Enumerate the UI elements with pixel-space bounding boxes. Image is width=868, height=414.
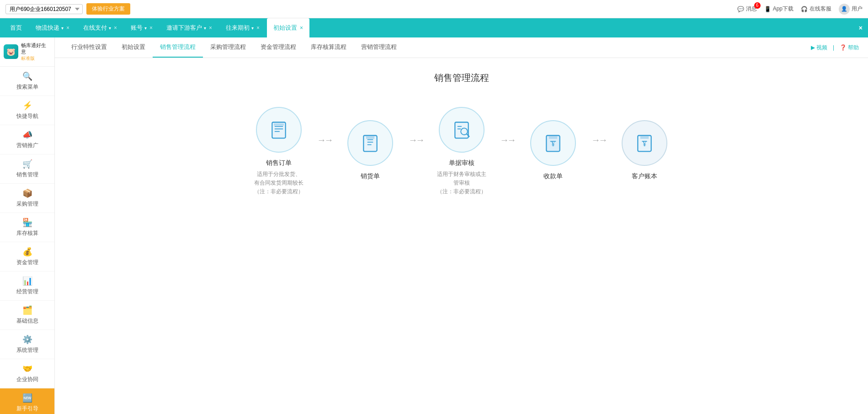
top-header: 用户690企业1660120507 体验行业方案 💬 消息 6 📱 App下载 … <box>0 0 868 18</box>
user-avatar-item[interactable]: 👤 用户 <box>839 4 863 15</box>
quick-nav-icon: ⚡ <box>22 101 32 111</box>
sub-tab-inventory-flow[interactable]: 库存核算流程 <box>304 37 354 58</box>
order-icon <box>269 120 289 140</box>
tab-initial-label: 初始设置 <box>273 24 297 32</box>
sub-tab-finance-flow[interactable]: 资金管理流程 <box>253 37 304 58</box>
flow-step-sales-invoice: 销货单 <box>334 120 407 183</box>
logo-version: 标准版 <box>21 55 51 62</box>
help-label: 帮助 <box>848 44 859 52</box>
close-icon[interactable]: × <box>209 25 212 31</box>
tab-payment[interactable]: 在线支付 ▾ × <box>77 18 123 37</box>
sub-tab-finance-flow-label: 资金管理流程 <box>261 43 296 50</box>
sidebar-purchase-mgmt-label: 采购管理 <box>16 200 38 208</box>
step-label-sales-invoice: 销货单 <box>361 172 380 180</box>
cart-icon: 🛒 <box>22 159 32 169</box>
close-icon[interactable]: × <box>149 25 153 31</box>
flow-steps: 销售订单 适用于分批发货、有合同发货周期较长（注：非必要流程） →→ <box>73 107 850 196</box>
invoice-icon <box>360 133 380 153</box>
online-service-item[interactable]: 🎧 在线客服 <box>801 5 831 13</box>
sidebar-item-sales-mgmt[interactable]: 🛒 销售管理 <box>0 154 54 184</box>
sub-tab-marketing-flow[interactable]: 营销管理流程 <box>354 37 404 58</box>
flow-step-receipt: ¥ 收款单 <box>517 120 590 183</box>
question-icon: ❓ <box>840 44 847 51</box>
experience-button[interactable]: 体验行业方案 <box>86 3 130 15</box>
sub-tab-initial-setup[interactable]: 初始设置 <box>114 37 153 58</box>
sub-tab-purchase-flow[interactable]: 采购管理流程 <box>203 37 253 58</box>
tab-logistics[interactable]: 物流快递 ▾ × <box>29 18 76 37</box>
close-icon[interactable]: × <box>66 25 69 31</box>
step-circle-sales-order <box>256 107 302 153</box>
message-icon: 💬 <box>737 6 744 12</box>
tab-account[interactable]: 账号 ▾ × <box>124 18 159 37</box>
flow-title: 销售管理流程 <box>73 72 850 84</box>
flow-arrow-1: →→ <box>317 135 332 145</box>
sidebar-item-finance-mgmt[interactable]: 💰 资金管理 <box>0 242 54 271</box>
sidebar-item-search[interactable]: 🔍 搜索菜单 <box>0 67 54 96</box>
tab-account-label: 账号 <box>131 24 143 32</box>
svg-rect-7 <box>455 122 468 138</box>
body-layout: 🐷 畅库通好生意 标准版 🔍 搜索菜单 ⚡ 快捷导航 📣 营销推广 🛒 销售管理… <box>0 37 868 414</box>
user-name-label: 用户 <box>852 5 863 13</box>
sub-tab-industry[interactable]: 行业特性设置 <box>64 37 114 58</box>
chevron-down-icon: ▾ <box>251 26 254 31</box>
help-link[interactable]: ❓ 帮助 <box>840 44 859 52</box>
sidebar-item-operations[interactable]: 📊 经营管理 <box>0 271 54 301</box>
sidebar-item-marketing-promo[interactable]: 📣 营销推广 <box>0 125 54 154</box>
tab-home-label: 首页 <box>10 24 22 32</box>
step-label-audit: 单据审核 <box>449 159 474 167</box>
sidebar-item-system-mgmt[interactable]: ⚙️ 系统管理 <box>0 330 54 359</box>
inventory-icon: 🏪 <box>22 218 32 228</box>
header-left: 用户690企业1660120507 体验行业方案 <box>5 3 130 15</box>
tab-initial[interactable]: 初始设置 × <box>267 18 309 37</box>
sidebar-quick-nav-label: 快捷导航 <box>16 112 38 120</box>
tab-invite[interactable]: 邀请下游客户 ▾ × <box>160 18 218 37</box>
message-item[interactable]: 💬 消息 6 <box>737 5 757 13</box>
step-label-sales-order: 销售订单 <box>266 159 292 167</box>
tab-period[interactable]: 往来期初 ▾ × <box>219 18 266 37</box>
sidebar-item-purchase-mgmt[interactable]: 📦 采购管理 <box>0 184 54 213</box>
close-all-button[interactable]: × <box>859 24 863 32</box>
close-icon[interactable]: × <box>256 25 260 31</box>
flow-step-sales-order: 销售订单 适用于分批发货、有合同发货周期较长（注：非必要流程） <box>242 107 315 196</box>
step-circle-receipt: ¥ <box>530 120 576 166</box>
step-label-customer-ledger: 客户账本 <box>632 172 657 180</box>
svg-text:¥: ¥ <box>642 139 646 148</box>
sidebar-item-inventory[interactable]: 🏪 库存核算 <box>0 213 54 242</box>
chevron-down-icon: ▾ <box>144 26 147 31</box>
sub-tabs-left: 行业特性设置 初始设置 销售管理流程 采购管理流程 资金管理流程 库存核算流程 <box>64 37 404 58</box>
operations-icon: 📊 <box>22 276 32 286</box>
step-circle-sales-invoice <box>347 120 393 166</box>
close-icon[interactable]: × <box>114 25 117 31</box>
flow-step-audit: 单据审核 适用于财务审核或主管审核（注：非必要流程） <box>425 107 498 196</box>
user-select[interactable]: 用户690企业1660120507 <box>5 4 83 14</box>
svg-text:¥: ¥ <box>551 139 555 148</box>
sub-tab-marketing-flow-label: 营销管理流程 <box>361 43 397 50</box>
app-download-item[interactable]: 📱 App下载 <box>764 5 793 13</box>
sidebar-marketing-promo-label: 营销推广 <box>16 142 38 149</box>
logo-icon: 🐷 <box>4 44 18 59</box>
headset-icon: 🎧 <box>801 6 808 12</box>
tab-payment-label: 在线支付 <box>83 24 107 32</box>
sidebar-item-basic-info[interactable]: 🗂️ 基础信息 <box>0 301 54 330</box>
video-link[interactable]: ▶ 视频 <box>811 44 827 52</box>
sidebar-finance-mgmt-label: 资金管理 <box>16 259 38 266</box>
sub-tabs: 行业特性设置 初始设置 销售管理流程 采购管理流程 资金管理流程 库存核算流程 <box>55 37 868 58</box>
step-desc-audit: 适用于财务审核或主管审核（注：非必要流程） <box>437 170 486 196</box>
message-badge: 6 <box>754 2 761 9</box>
sub-tab-sales-flow[interactable]: 销售管理流程 <box>153 37 203 58</box>
sidebar-item-enterprise-coop[interactable]: 🤝 企业协同 <box>0 359 54 388</box>
sub-tab-initial-setup-label: 初始设置 <box>122 43 145 50</box>
flow-arrow-3: →→ <box>500 135 515 145</box>
close-icon[interactable]: × <box>300 25 303 31</box>
sidebar-inventory-label: 库存核算 <box>16 229 38 237</box>
sub-tab-inventory-flow-label: 库存核算流程 <box>311 43 346 50</box>
sidebar-item-quick-nav[interactable]: ⚡ 快捷导航 <box>0 96 54 125</box>
tab-home[interactable]: 首页 <box>4 18 28 37</box>
receipt-icon: ¥ <box>543 133 563 153</box>
step-circle-audit <box>439 107 485 153</box>
sidebar-new-guide-label: 新手引导 <box>16 405 38 413</box>
ledger-icon: ¥ <box>634 133 655 153</box>
sidebar-item-new-guide[interactable]: 🆕 新手引导 <box>0 388 54 414</box>
tab-logistics-label: 物流快递 <box>36 24 59 32</box>
tab-invite-label: 邀请下游客户 <box>166 24 202 32</box>
